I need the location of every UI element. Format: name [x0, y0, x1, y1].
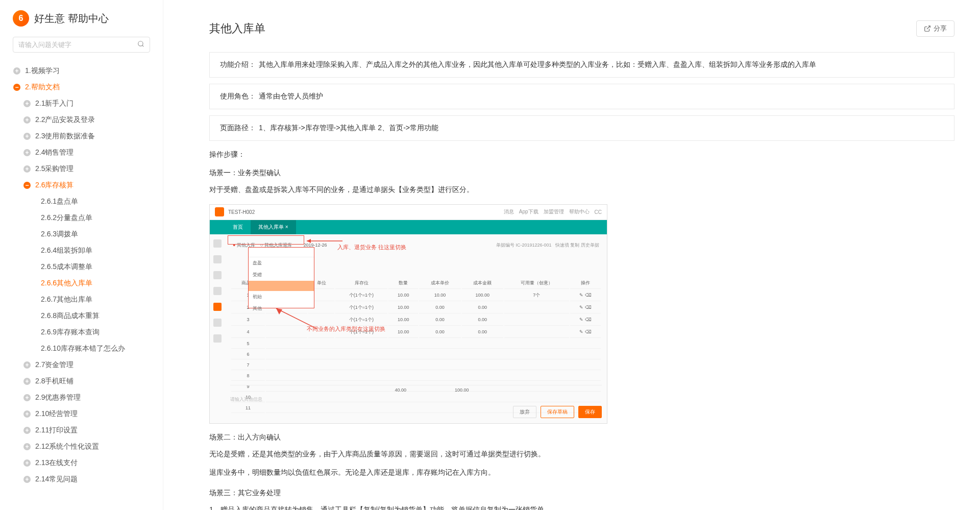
nav-item[interactable]: +2.2产品安装及登录 [13, 112, 150, 128]
role-label: 使用角色： [220, 92, 256, 100]
nav-item[interactable]: +2.13在线支付 [13, 455, 150, 471]
intro-label: 功能介绍： [220, 60, 256, 68]
nav-item[interactable]: 2.6.7其他出库单 [13, 292, 150, 308]
page-header: 其他入库单 分享 [209, 20, 954, 37]
sidebar: 6 好生意 帮助中心 +1.视频学习−2.帮助文档+2.1新手入门+2.2产品安… [0, 0, 163, 510]
svg-marker-6 [276, 308, 282, 314]
plus-icon: + [23, 475, 31, 483]
search-input[interactable] [18, 41, 137, 48]
plus-icon: + [23, 410, 31, 418]
search-box[interactable] [13, 37, 150, 53]
plus-icon: + [23, 459, 31, 467]
scene3-title: 场景三：其它业务处理 [209, 489, 954, 498]
nav-label: 2.7资金管理 [35, 360, 74, 370]
nav-label: 2.6.6其他入库单 [41, 279, 92, 288]
plus-icon: + [23, 165, 31, 173]
share-label: 分享 [934, 24, 947, 33]
nav-label: 2.2产品安装及登录 [35, 115, 95, 125]
scene3-line1: 1、赠品入库的商品直接转为销售。通过工具栏【复制/复制为销货单】功能，将单据信息… [209, 503, 954, 510]
nav-label: 2.6.1盘点单 [41, 197, 78, 206]
nav-item[interactable]: +2.12系统个性化设置 [13, 439, 150, 455]
nav-item[interactable]: 2.6.6其他入库单 [13, 275, 150, 292]
nav-label: 2.9优惠券管理 [35, 393, 81, 402]
nav-item[interactable]: 2.6.5成本调整单 [13, 259, 150, 275]
plus-icon: + [23, 394, 31, 402]
nav-item[interactable]: +2.11打印设置 [13, 422, 150, 439]
nav-item[interactable]: 2.6.2分量盘点单 [13, 210, 150, 226]
nav-item[interactable]: +2.10经营管理 [13, 406, 150, 422]
logo-icon: 6 [13, 10, 29, 27]
plus-icon: + [23, 149, 31, 157]
nav-label: 2.6.8商品成本重算 [41, 311, 100, 321]
nav-label: 2.6库存核算 [35, 181, 74, 190]
minus-icon: − [23, 181, 31, 189]
nav-label: 2.13在线支付 [35, 458, 78, 468]
svg-line-1 [142, 45, 144, 47]
nav-label: 2.6.10库存账本错了怎么办 [41, 344, 125, 353]
nav-item[interactable]: +2.4销售管理 [13, 144, 150, 161]
scene2-line1: 无论是受赠，还是其他类型的业务，由于入库商品质量等原因，需要退回，这时可通过单据… [209, 447, 954, 461]
screenshot-image: TEST-H002 消息App下载加盟管理帮助中心CC 首页其他入库单 × ● … [209, 204, 607, 424]
page-title: 其他入库单 [209, 21, 265, 36]
nav-label: 2.6.4组装拆卸单 [41, 246, 92, 255]
nav-item[interactable]: 2.6.9库存账本查询 [13, 324, 150, 341]
nav-label: 2.10经营管理 [35, 409, 78, 419]
nav-item[interactable]: 2.6.10库存账本错了怎么办 [13, 341, 150, 357]
nav-label: 2.6.7其他出库单 [41, 295, 92, 304]
nav-item[interactable]: 2.6.1盘点单 [13, 193, 150, 210]
role-text: 通常由仓管人员维护 [259, 92, 323, 100]
intro-block: 功能介绍：其他入库单用来处理除采购入库、产成品入库之外的其他入库业务，因此其他入… [209, 52, 954, 78]
share-button[interactable]: 分享 [916, 20, 954, 37]
brand-logo[interactable]: 6 好生意 帮助中心 [13, 10, 150, 27]
nav-label: 2.6.9库存账本查询 [41, 328, 100, 337]
nav-label: 1.视频学习 [25, 66, 60, 76]
nav-label: 2.帮助文档 [25, 83, 60, 92]
path-text: 1、库存核算->库存管理->其他入库单 2、首页->常用功能 [259, 124, 438, 132]
nav-label: 2.6.5成本调整单 [41, 262, 92, 272]
scene2-title: 场景二：出入方向确认 [209, 433, 954, 442]
svg-line-5 [276, 308, 317, 329]
nav-tree: +1.视频学习−2.帮助文档+2.1新手入门+2.2产品安装及登录+2.3使用前… [13, 63, 150, 488]
share-icon [924, 25, 931, 32]
nav-item[interactable]: −2.6库存核算 [13, 177, 150, 193]
intro-text: 其他入库单用来处理除采购入库、产成品入库之外的其他入库业务，因此其他入库单可处理… [259, 60, 816, 68]
nav-label: 2.12系统个性化设置 [35, 442, 99, 451]
plus-icon: + [23, 116, 31, 124]
brand-name: 好生意 帮助中心 [34, 12, 109, 26]
nav-label: 2.11打印设置 [35, 426, 78, 435]
nav-label: 2.6.2分量盘点单 [41, 213, 92, 223]
plus-icon: + [23, 361, 31, 369]
plus-icon: + [23, 132, 31, 140]
search-icon[interactable] [137, 40, 144, 49]
nav-item[interactable]: +2.14常见问题 [13, 471, 150, 488]
plus-icon: + [23, 443, 31, 451]
nav-item[interactable]: +2.8手机旺铺 [13, 373, 150, 390]
steps-title: 操作步骤： [209, 150, 954, 159]
scene1-title: 场景一：业务类型确认 [209, 168, 954, 178]
svg-marker-4 [307, 239, 311, 243]
nav-label: 2.8手机旺铺 [35, 377, 74, 386]
nav-item[interactable]: +2.5采购管理 [13, 161, 150, 177]
scene1-text: 对于受赠、盘盈或是拆装入库等不同的业务，是通过单据头【业务类型】进行区分。 [209, 183, 954, 197]
nav-label: 2.5采购管理 [35, 164, 74, 174]
nav-label: 2.4销售管理 [35, 148, 74, 157]
main-content: 其他入库单 分享 功能介绍：其他入库单用来处理除采购入库、产成品入库之外的其他入… [163, 0, 980, 510]
nav-item[interactable]: 2.6.3调拨单 [13, 226, 150, 242]
nav-item[interactable]: +1.视频学习 [13, 63, 150, 79]
plus-icon: + [23, 100, 31, 108]
nav-label: 2.3使用前数据准备 [35, 132, 95, 141]
plus-icon: + [23, 377, 31, 385]
nav-item[interactable]: 2.6.8商品成本重算 [13, 308, 150, 324]
svg-line-2 [927, 26, 930, 29]
nav-item[interactable]: 2.6.4组装拆卸单 [13, 242, 150, 259]
nav-item[interactable]: +2.9优惠券管理 [13, 390, 150, 406]
nav-label: 2.14常见问题 [35, 475, 78, 484]
nav-item[interactable]: +2.7资金管理 [13, 357, 150, 373]
nav-item[interactable]: −2.帮助文档 [13, 79, 150, 95]
role-block: 使用角色：通常由仓管人员维护 [209, 84, 954, 109]
plus-icon: + [13, 67, 21, 75]
plus-icon: + [23, 426, 31, 434]
nav-item[interactable]: +2.1新手入门 [13, 95, 150, 112]
nav-item[interactable]: +2.3使用前数据准备 [13, 128, 150, 144]
scene2-line2: 退库业务中，明细数量均以负值红色展示。无论是入库还是退库，库存账均记在入库方向。 [209, 466, 954, 479]
